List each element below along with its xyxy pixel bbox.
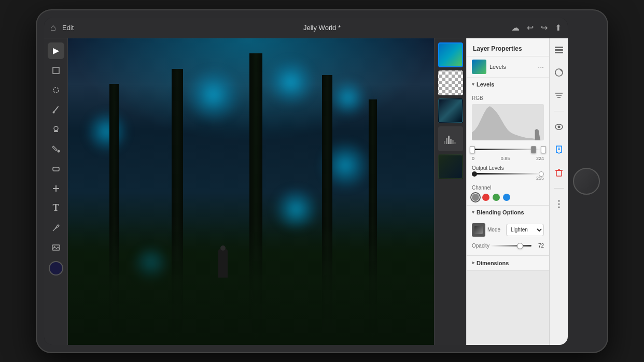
brush-tool[interactable] (48, 102, 64, 118)
canvas-area[interactable] (68, 38, 434, 345)
home-icon[interactable]: ⌂ (50, 22, 56, 33)
share-icon[interactable]: ⬆ (555, 23, 562, 33)
levels-slider-values: 0 0.85 224 (472, 156, 544, 161)
blending-chevron-icon: ▾ (472, 209, 474, 215)
undo-icon[interactable]: ↩ (527, 23, 534, 33)
blend-preview (472, 223, 485, 237)
right-panel: Layer Properties Levels ··· ▾ Levels RGB (466, 38, 549, 345)
right-icons-divider (554, 111, 564, 111)
channel-green[interactable] (493, 194, 500, 201)
eraser-tool[interactable] (48, 161, 64, 177)
svg-line-2 (54, 107, 58, 112)
jellyfish-glow-3 (327, 80, 369, 116)
text-tool[interactable]: T (48, 200, 64, 216)
layer-row-thumbnail (472, 60, 486, 74)
svg-point-3 (52, 111, 54, 113)
opacity-value: 72 (534, 243, 544, 249)
svg-point-28 (557, 125, 560, 128)
crop-tool[interactable] (48, 62, 64, 79)
dimensions-chevron-icon: ▾ (470, 262, 476, 264)
blending-section-header[interactable]: ▾ Blending Options (467, 206, 549, 219)
opacity-handle[interactable] (517, 243, 523, 249)
redo-icon[interactable]: ↪ (541, 23, 548, 33)
eye-icon[interactable] (552, 120, 566, 134)
levels-mid-handle[interactable] (531, 146, 536, 153)
heal-tool[interactable] (48, 180, 64, 197)
layer-thumb-3[interactable] (438, 98, 463, 123)
stamp-tool[interactable] (48, 121, 64, 138)
home-button[interactable] (573, 168, 600, 195)
levels-max-value: 224 (536, 156, 544, 161)
levels-max-handle[interactable] (541, 146, 546, 153)
blending-section: ▾ Blending Options Mode Lighten (467, 206, 549, 256)
levels-min-value: 0 (472, 156, 474, 161)
opacity-slider[interactable] (491, 241, 531, 251)
svg-rect-5 (54, 131, 58, 132)
note-icon[interactable] (552, 142, 566, 157)
blend-mode-row: Mode Lighten Normal Multiply Screen Over… (472, 223, 544, 237)
layer-thumb-4[interactable] (438, 126, 463, 151)
svg-point-1 (53, 88, 59, 93)
main-area: ▶ (44, 38, 568, 345)
svg-point-35 (558, 203, 559, 205)
layer-row-name: Levels (489, 64, 535, 70)
filters-icon[interactable] (552, 88, 566, 103)
right-icons-divider-2 (554, 188, 564, 189)
layer-thumb-5[interactable] (438, 154, 463, 179)
svg-rect-16 (450, 139, 452, 144)
cloud-icon[interactable]: ☁ (511, 23, 520, 33)
svg-point-36 (558, 206, 559, 208)
layer-thumb-2[interactable] (438, 70, 463, 95)
output-levels-slider[interactable] (472, 173, 544, 175)
channel-red[interactable] (482, 194, 489, 201)
output-min-handle[interactable] (472, 171, 477, 177)
channel-rgb[interactable] (472, 194, 479, 201)
svg-rect-31 (556, 170, 562, 176)
panel-header: Layer Properties (467, 38, 549, 56)
svg-rect-21 (555, 49, 563, 51)
svg-rect-20 (555, 47, 563, 48)
lasso-tool[interactable] (48, 82, 64, 98)
levels-min-handle[interactable] (470, 146, 475, 153)
svg-rect-14 (446, 138, 447, 144)
layers-panel (434, 38, 466, 345)
dimensions-section: ▾ Dimensions (467, 256, 549, 271)
more-options-icon[interactable] (552, 197, 566, 211)
svg-point-4 (54, 126, 58, 131)
levels-input-slider[interactable] (472, 144, 544, 155)
pen-tool[interactable] (48, 220, 64, 236)
blending-section-body: Mode Lighten Normal Multiply Screen Over… (467, 219, 549, 255)
canvas-image (68, 38, 434, 345)
color-swatch[interactable] (49, 261, 63, 276)
mode-label: Mode (487, 227, 504, 233)
svg-rect-22 (555, 52, 563, 53)
dimensions-section-header[interactable]: ▾ Dimensions (467, 256, 549, 270)
output-values: 255 (472, 176, 544, 181)
svg-rect-17 (452, 140, 454, 144)
select-tool[interactable]: ▶ (48, 42, 64, 59)
document-title[interactable]: Jelly World * (303, 24, 341, 32)
edit-button[interactable]: Edit (62, 24, 74, 32)
layer-row: Levels ··· (467, 56, 549, 78)
levels-section-body: RGB (467, 91, 549, 205)
output-max-handle[interactable] (539, 171, 544, 177)
output-levels-label: Output Levels (472, 165, 544, 171)
layers-icon[interactable] (552, 42, 566, 57)
channel-label: RGB (472, 95, 544, 101)
svg-rect-7 (53, 167, 59, 171)
opacity-row: Opacity 72 (472, 241, 544, 251)
image-tool[interactable] (48, 239, 64, 256)
channel-blue[interactable] (503, 194, 510, 201)
dimensions-section-title: Dimensions (477, 260, 509, 266)
blend-mode-select[interactable]: Lighten Normal Multiply Screen Overlay (506, 224, 544, 236)
layer-thumb-1[interactable] (438, 42, 463, 67)
jellyfish-glow-2 (265, 59, 317, 106)
jellyfish-glow-1 (182, 69, 244, 121)
levels-section-header[interactable]: ▾ Levels (467, 78, 549, 91)
layer-row-more-button[interactable]: ··· (538, 63, 544, 71)
svg-rect-15 (448, 136, 450, 144)
paint-bucket-tool[interactable] (48, 141, 64, 157)
adjustments-icon[interactable] (552, 65, 566, 80)
levels-section: ▾ Levels RGB (467, 78, 549, 206)
trash-icon[interactable] (552, 165, 566, 180)
